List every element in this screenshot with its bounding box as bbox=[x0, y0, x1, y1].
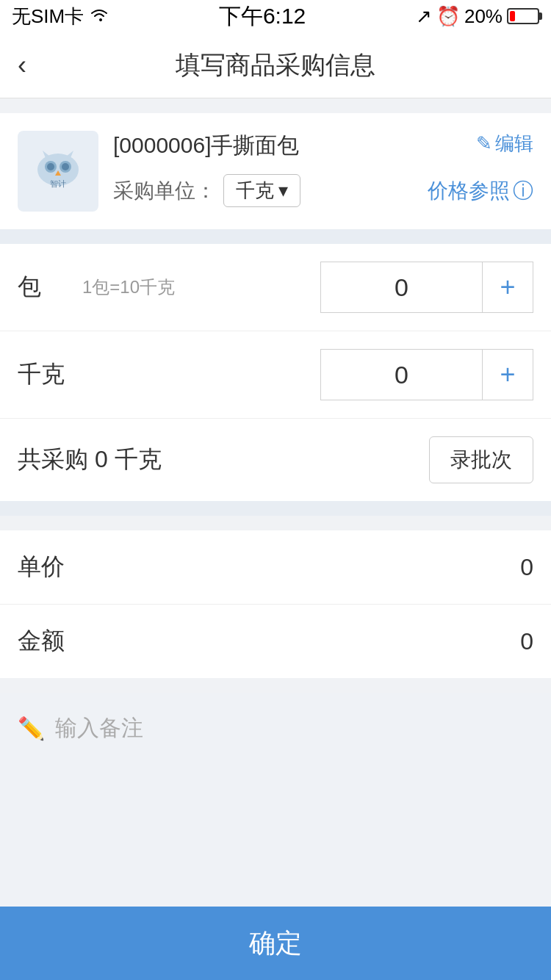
bao-input-group: + bbox=[320, 262, 533, 313]
unit-select[interactable]: 千克 ▾ bbox=[223, 174, 300, 207]
status-bar: 无SIM卡 下午6:12 ↗ ⏰ 20% bbox=[0, 0, 551, 32]
wifi-icon bbox=[90, 5, 109, 28]
svg-text:智计: 智计 bbox=[50, 179, 66, 188]
price-ref-info-icon: ⓘ bbox=[513, 177, 533, 205]
batch-button[interactable]: 录批次 bbox=[429, 436, 533, 483]
status-right: ↗ ⏰ 20% bbox=[416, 5, 539, 28]
svg-marker-6 bbox=[43, 151, 50, 158]
svg-marker-7 bbox=[66, 151, 73, 158]
edit-icon: ✎ bbox=[476, 132, 492, 155]
kg-plus-button[interactable]: + bbox=[482, 349, 533, 400]
quantity-section: 包 1包=10千克 + 千克 + bbox=[0, 244, 551, 419]
note-section[interactable]: ✏️ 输入备注 bbox=[0, 693, 551, 764]
total-label-text: 共采购 bbox=[18, 446, 88, 472]
note-placeholder: 输入备注 bbox=[55, 713, 143, 743]
confirm-button[interactable]: 确定 bbox=[0, 907, 551, 980]
svg-point-3 bbox=[47, 163, 54, 170]
unit-price-label: 单价 bbox=[18, 551, 65, 583]
location-icon: ↗ bbox=[416, 5, 432, 28]
amount-label: 金额 bbox=[18, 625, 65, 657]
product-thumbnail: 智计 bbox=[18, 131, 98, 212]
alarm-icon: ⏰ bbox=[436, 5, 460, 28]
amount-value: 0 bbox=[520, 628, 533, 655]
dropdown-icon: ▾ bbox=[278, 179, 288, 202]
price-section: 单价 0 金额 0 bbox=[0, 530, 551, 678]
note-icon: ✏️ bbox=[18, 716, 45, 741]
page-title: 填写商品采购信息 bbox=[176, 48, 375, 82]
edit-label: 编辑 bbox=[495, 131, 533, 156]
product-name: [0000006]手撕面包 bbox=[113, 131, 299, 161]
price-ref-button[interactable]: 价格参照 ⓘ bbox=[428, 177, 533, 205]
nav-bar: ‹ 填写商品采购信息 bbox=[0, 32, 551, 98]
divider-1 bbox=[0, 229, 551, 244]
total-label: 共采购 0 千克 bbox=[18, 444, 162, 476]
status-left: 无SIM卡 bbox=[12, 4, 109, 29]
product-thumb-logo: 智计 bbox=[32, 146, 84, 197]
total-unit: 千克 bbox=[115, 446, 162, 472]
bao-label: 包 bbox=[18, 271, 76, 303]
svg-point-4 bbox=[62, 163, 69, 170]
total-quantity: 0 bbox=[95, 446, 108, 472]
product-unit-row: 采购单位： 千克 ▾ 价格参照 ⓘ bbox=[113, 174, 533, 207]
kg-row: 千克 + bbox=[0, 331, 551, 419]
product-name-row: [0000006]手撕面包 ✎ 编辑 bbox=[113, 131, 533, 161]
edit-button[interactable]: ✎ 编辑 bbox=[476, 131, 533, 156]
unit-price-value: 0 bbox=[520, 554, 533, 581]
bao-input[interactable] bbox=[320, 262, 482, 313]
kg-input[interactable] bbox=[320, 349, 482, 400]
bao-sublabel: 1包=10千克 bbox=[82, 275, 175, 299]
kg-input-group: + bbox=[320, 349, 533, 400]
unit-price-row: 单价 0 bbox=[0, 530, 551, 605]
product-info: [0000006]手撕面包 ✎ 编辑 采购单位： 千克 ▾ 价格参照 ⓘ bbox=[113, 131, 533, 207]
unit-value: 千克 bbox=[236, 178, 274, 203]
kg-label: 千克 bbox=[18, 359, 76, 391]
unit-label-text: 采购单位： bbox=[113, 177, 216, 205]
divider-2 bbox=[0, 501, 551, 516]
total-row: 共采购 0 千克 录批次 bbox=[0, 419, 551, 501]
carrier-text: 无SIM卡 bbox=[12, 4, 84, 29]
price-ref-label: 价格参照 bbox=[428, 177, 510, 205]
battery-percent: 20% bbox=[464, 5, 503, 28]
amount-row: 金额 0 bbox=[0, 605, 551, 678]
status-time: 下午6:12 bbox=[219, 1, 306, 32]
product-card: 智计 [0000006]手撕面包 ✎ 编辑 采购单位： 千克 ▾ bbox=[0, 113, 551, 229]
bao-row: 包 1包=10千克 + bbox=[0, 244, 551, 331]
bao-plus-button[interactable]: + bbox=[482, 262, 533, 313]
battery-icon bbox=[507, 8, 539, 24]
back-button[interactable]: ‹ bbox=[18, 50, 26, 81]
